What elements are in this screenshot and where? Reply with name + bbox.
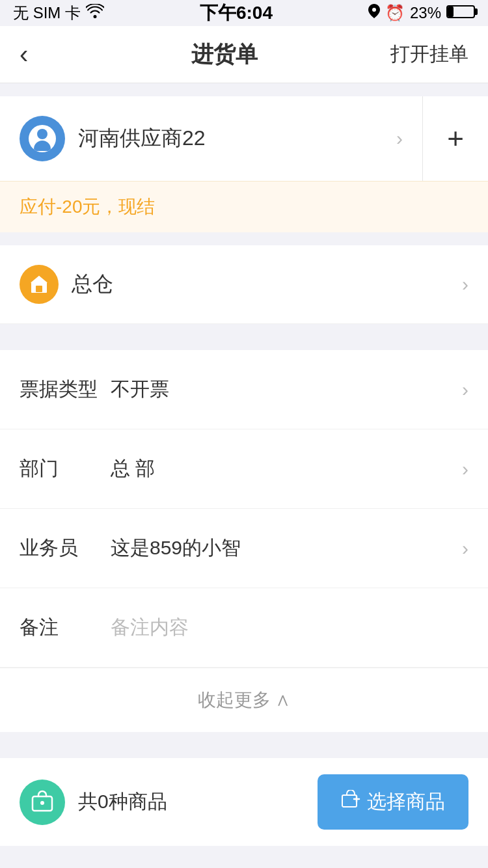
- warehouse-icon: [20, 265, 59, 304]
- warehouse-name: 总仓: [72, 270, 462, 299]
- status-left: 无 SIM 卡: [13, 3, 104, 23]
- supplier-section: 河南供应商22 › +: [0, 96, 488, 181]
- svg-point-3: [40, 801, 44, 805]
- salesperson-label: 业务员: [20, 535, 104, 562]
- status-right: ⏰ 23%: [368, 4, 475, 22]
- nav-bar: ‹ 进货单 打开挂单: [0, 26, 488, 83]
- divider-3: [0, 324, 488, 337]
- invoice-chevron-icon: ›: [462, 379, 468, 401]
- product-count: 共0种商品: [78, 789, 318, 815]
- remark-input[interactable]: 备注内容: [111, 614, 468, 641]
- svg-rect-1: [36, 286, 42, 292]
- supplier-row[interactable]: 河南供应商22 ›: [0, 96, 423, 181]
- open-pending-button[interactable]: 打开挂单: [390, 41, 468, 68]
- department-row[interactable]: 部门 总 部 ›: [0, 429, 488, 509]
- add-supplier-button[interactable]: +: [423, 122, 488, 155]
- location-icon: [368, 4, 380, 22]
- select-product-button[interactable]: 选择商品: [318, 774, 468, 830]
- select-btn-icon: [341, 790, 360, 814]
- warehouse-row[interactable]: 总仓 ›: [0, 245, 488, 324]
- notice-banner: 应付-20元，现结: [0, 181, 488, 232]
- salesperson-value: 这是859的小智: [111, 535, 455, 562]
- invoice-type-value: 不开票: [111, 376, 455, 403]
- wifi-icon: [86, 4, 104, 22]
- status-time: 下午6:04: [200, 1, 273, 25]
- status-bar: 无 SIM 卡 下午6:04 ⏰ 23%: [0, 0, 488, 26]
- product-icon: [20, 780, 65, 825]
- alarm-icon: ⏰: [385, 4, 405, 22]
- department-value: 总 部: [111, 455, 455, 482]
- page-title: 进货单: [191, 40, 258, 70]
- divider-4: [0, 732, 488, 745]
- supplier-avatar: [20, 116, 65, 161]
- invoice-type-row[interactable]: 票据类型 不开票 ›: [0, 350, 488, 429]
- form-section: 票据类型 不开票 › 部门 总 部 › 业务员 这是859的小智 › 备注 备注…: [0, 350, 488, 732]
- avatar-icon: [29, 125, 56, 152]
- notice-text: 应付-20元，现结: [20, 197, 155, 217]
- avatar-head: [37, 129, 47, 139]
- select-btn-label: 选择商品: [367, 789, 445, 815]
- avatar-body: [34, 141, 51, 151]
- svg-point-0: [372, 8, 376, 12]
- invoice-type-label: 票据类型: [20, 376, 104, 403]
- battery-label: 23%: [410, 4, 441, 22]
- divider-2: [0, 232, 488, 245]
- avatar-person: [30, 126, 55, 151]
- divider-1: [0, 83, 488, 96]
- salesperson-row[interactable]: 业务员 这是859的小智 ›: [0, 509, 488, 588]
- warehouse-chevron-icon: ›: [462, 273, 468, 295]
- supplier-name: 河南供应商22: [78, 124, 396, 153]
- bottom-bar: 共0种商品 选择商品: [0, 758, 488, 846]
- remark-row[interactable]: 备注 备注内容: [0, 588, 488, 668]
- battery-icon: [446, 4, 475, 22]
- svg-rect-4: [342, 795, 357, 807]
- department-chevron-icon: ›: [462, 458, 468, 480]
- salesperson-chevron-icon: ›: [462, 537, 468, 560]
- supplier-chevron-icon: ›: [396, 128, 403, 150]
- back-button[interactable]: ‹: [20, 40, 59, 69]
- carrier-label: 无 SIM 卡: [13, 3, 81, 23]
- remark-label: 备注: [20, 614, 104, 641]
- department-label: 部门: [20, 455, 104, 482]
- collapse-button[interactable]: 收起更多 ∧: [0, 668, 488, 732]
- warehouse-section: 总仓 ›: [0, 245, 488, 324]
